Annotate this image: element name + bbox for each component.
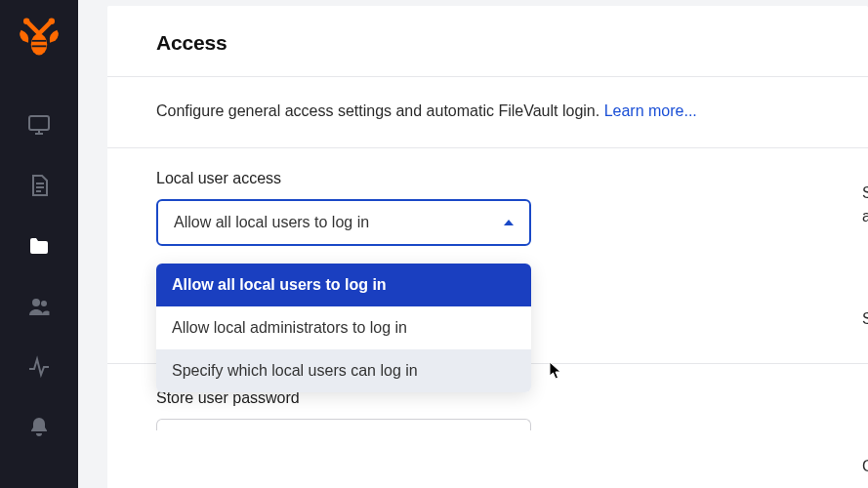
users-icon[interactable]: [25, 293, 53, 320]
local-user-access-field: Local user access Allow all local users …: [156, 170, 819, 246]
bell-icon[interactable]: [25, 414, 53, 441]
subtitle-text: Configure general access settings and au…: [156, 102, 604, 119]
page-title: Access: [156, 31, 819, 55]
dropdown-option-allow-admins[interactable]: Allow local administrators to log in: [156, 306, 531, 349]
right-column-peek: S a: [862, 182, 868, 228]
monitor-icon[interactable]: [25, 111, 53, 139]
divider: [107, 147, 868, 148]
dropdown-option-allow-all[interactable]: Allow all local users to log in: [156, 264, 531, 306]
document-icon[interactable]: [25, 172, 53, 199]
svg-point-1: [23, 18, 29, 23]
local-user-access-select[interactable]: Allow all local users to log in: [156, 199, 531, 246]
svg-point-12: [41, 301, 47, 306]
svg-point-11: [32, 299, 40, 306]
activity-icon[interactable]: [25, 353, 53, 381]
svg-point-2: [49, 18, 55, 23]
learn-more-link[interactable]: Learn more...: [604, 102, 697, 119]
right-column-peek: S: [862, 310, 868, 328]
subtitle: Configure general access settings and au…: [156, 102, 819, 120]
main-content: Access Configure general access settings…: [78, 0, 868, 488]
folder-icon[interactable]: [25, 232, 53, 260]
access-panel: Access Configure general access settings…: [107, 6, 868, 488]
svg-rect-5: [29, 116, 49, 130]
store-password-select[interactable]: [156, 419, 531, 430]
divider: [107, 76, 868, 77]
dropdown-option-specify[interactable]: Specify which local users can log in: [156, 349, 531, 392]
chevron-up-icon: [504, 220, 514, 225]
logo-bee-icon: [18, 18, 61, 61]
select-value: Allow all local users to log in: [174, 214, 369, 231]
field-label: Local user access: [156, 170, 819, 187]
left-sidebar: [0, 0, 78, 488]
svg-point-0: [31, 34, 48, 56]
right-column-peek: C: [862, 458, 868, 475]
local-user-access-dropdown: Allow all local users to log in Allow lo…: [156, 264, 531, 392]
